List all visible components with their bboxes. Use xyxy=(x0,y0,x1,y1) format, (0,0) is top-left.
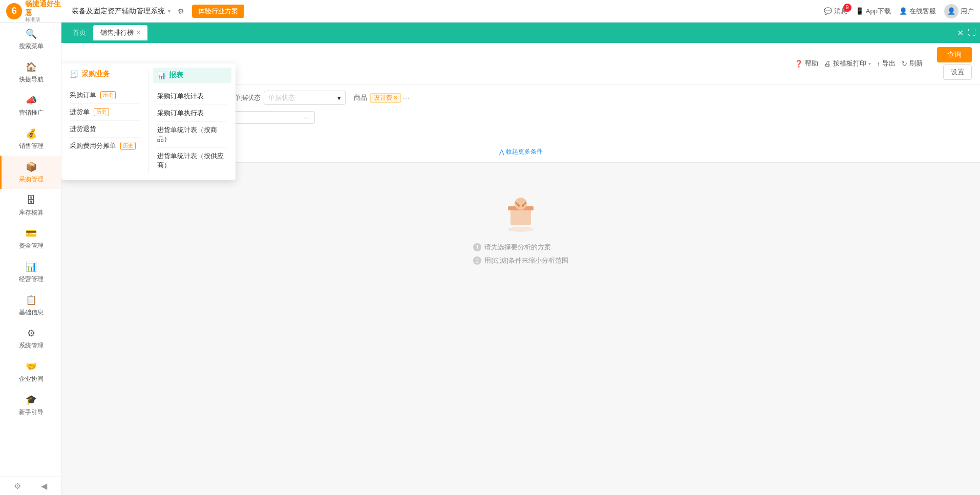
goods-tags: 设计费 × ··· xyxy=(370,93,410,103)
reports-col-title: 📊 报表 xyxy=(153,68,232,83)
enterprise-icon: 🤝 xyxy=(25,360,37,373)
refresh-btn[interactable]: ↻ 刷新 xyxy=(902,59,923,68)
logo-area: 6 畅捷通好生意 标准版 xyxy=(6,0,68,23)
goods-more-dots[interactable]: ··· xyxy=(403,94,410,102)
marketing-icon: 📣 xyxy=(25,94,37,106)
system-mgmt-icon: ⚙ xyxy=(25,327,37,339)
sales-icon: 💰 xyxy=(25,127,37,140)
salesperson-select[interactable]: ··· xyxy=(223,111,315,124)
content-area: 首页 销售排行榜 × ✕ ⛶ ❓ 帮助 🖨 按模板打印 xyxy=(61,23,980,495)
reports-col-icon: 📊 xyxy=(157,71,166,79)
menu-purchase-return[interactable]: 进货退货 xyxy=(70,121,140,138)
goods-tag: 设计费 × xyxy=(370,93,401,103)
tab-bar-close-icon[interactable]: ✕ xyxy=(957,28,964,38)
empty-state: 1 请先选择要分析的方案 2 用[过滤]条件来缩小分析范围 xyxy=(61,163,980,296)
tab-bar-fullscreen-icon[interactable]: ⛶ xyxy=(968,28,976,37)
page-content: 1 请先选择要分析的方案 2 用[过滤]条件来缩小分析范围 xyxy=(61,163,980,495)
export-icon: ↑ xyxy=(877,60,881,68)
quick-nav-icon: 🏠 xyxy=(25,61,37,73)
purchase-col: 🧾 采购业务 采购订单 历史 进货单 历史 进货退货 xyxy=(61,70,148,174)
beginner-icon: 🎓 xyxy=(25,394,37,406)
help-btn[interactable]: ❓ 帮助 xyxy=(795,59,818,68)
industry-button[interactable]: 体验行业方案 xyxy=(192,5,244,18)
tab-home[interactable]: 首页 xyxy=(66,25,93,40)
filter-goods: 商品 设计费 × ··· xyxy=(354,93,410,103)
sidebar-item-purchase-mgmt[interactable]: 📦 采购管理 xyxy=(0,156,61,189)
svg-point-0 xyxy=(508,227,534,232)
dropdown-arrow-icon[interactable]: ▾ xyxy=(168,8,171,14)
basic-info-icon: 📋 xyxy=(25,294,37,306)
finance-icon: 💳 xyxy=(25,227,37,240)
system-title: 装备及固定资产辅助管理系统 ▾ ⚙ xyxy=(72,4,188,18)
menu-purchase-order[interactable]: 采购订单 历史 xyxy=(70,87,140,104)
help-icon: ❓ xyxy=(795,60,803,68)
reports-col: 📊 报表 采购订单统计表 采购订单执行表 进货单统计表（按商品） 进货单统计表（… xyxy=(149,70,236,174)
message-badge: 9 xyxy=(843,4,851,12)
avatar: 👤 xyxy=(944,4,958,18)
operations-icon: 📊 xyxy=(25,261,37,273)
purchase-col-title: 🧾 采购业务 xyxy=(70,70,140,82)
menu-purchase-expense[interactable]: 采购费用分摊单 历史 xyxy=(70,138,140,154)
refresh-icon: ↻ xyxy=(902,60,907,68)
sidebar-item-marketing[interactable]: 📣 营销推广 xyxy=(0,89,61,122)
phone-icon: 📱 xyxy=(856,7,864,15)
sidebar-item-operations[interactable]: 📊 经营管理 xyxy=(0,255,61,289)
app-download-btn[interactable]: 📱 App下载 xyxy=(856,7,891,16)
sidebar-item-system-mgmt[interactable]: ⚙ 系统管理 xyxy=(0,322,61,355)
user-btn[interactable]: 👤 用户 xyxy=(944,4,974,18)
message-icon: 💬 xyxy=(824,7,832,15)
sidebar-item-inventory[interactable]: 🗄 库存核算 xyxy=(0,189,61,222)
print-dropdown-icon[interactable]: ▾ xyxy=(868,61,871,67)
menu-purchase-receipt[interactable]: 进货单 历史 xyxy=(70,104,140,121)
tab-bar-right: ✕ ⛶ xyxy=(957,28,976,38)
export-btn[interactable]: ↑ 导出 xyxy=(877,59,896,68)
sidebar-item-quick-nav[interactable]: 🏠 快捷导航 xyxy=(0,56,61,89)
salesperson-dots: ··· xyxy=(303,114,310,121)
sidebar-settings-btn[interactable]: ⚙ xyxy=(14,481,21,491)
select-arrow-icon: ▾ xyxy=(337,94,341,102)
sidebar-item-finance[interactable]: 💳 资金管理 xyxy=(0,222,61,255)
inventory-icon: 🗄 xyxy=(25,194,37,206)
settings-button[interactable]: 设置 xyxy=(943,64,972,80)
sidebar-bottom: ⚙ ◀ xyxy=(0,477,61,495)
empty-illustration xyxy=(500,193,541,234)
hist-badge-receipt: 历史 xyxy=(94,108,109,116)
empty-tips: 1 请先选择要分析的方案 2 用[过滤]条件来缩小分析范围 xyxy=(473,243,568,265)
purchase-icon: 📦 xyxy=(25,161,37,173)
online-service-btn[interactable]: 👤 在线客服 xyxy=(899,7,936,16)
empty-tip-1: 1 请先选择要分析的方案 xyxy=(473,243,568,252)
menu-report-receipt-supplier[interactable]: 进货单统计表（按供应商） xyxy=(157,148,228,174)
messages-btn[interactable]: 💬 消息 9 xyxy=(824,7,847,16)
tab-sales-rank[interactable]: 销售排行榜 × xyxy=(93,25,147,40)
voucher-status-select[interactable]: 单据状态 ▾ xyxy=(264,91,346,105)
sidebar-item-enterprise[interactable]: 🤝 企业协同 xyxy=(0,355,61,389)
query-button[interactable]: 查询 xyxy=(937,47,972,62)
sidebar-item-basic-info[interactable]: 📋 基础信息 xyxy=(0,289,61,322)
search-menu-icon: 🔍 xyxy=(25,28,37,40)
menu-report-order-stat[interactable]: 采购订单统计表 xyxy=(157,88,228,105)
menu-report-receipt-goods[interactable]: 进货单统计表（按商品） xyxy=(157,122,228,148)
print-icon: 🖨 xyxy=(824,60,831,68)
dropdown-cols: 🧾 采购业务 采购订单 历史 进货单 历史 进货退货 xyxy=(61,70,236,174)
filter-voucher-status: 单据状态 单据状态 ▾ xyxy=(234,91,346,105)
hist-badge-expense: 历史 xyxy=(120,142,136,150)
tab-close-icon[interactable]: × xyxy=(137,29,140,36)
sidebar-item-search-menu[interactable]: 🔍 搜索菜单 xyxy=(0,23,61,56)
sidebar-item-beginner[interactable]: 🎓 新手引导 xyxy=(0,389,61,422)
logo-icon: 6 xyxy=(6,3,22,19)
collapse-icon: ⋀ xyxy=(499,148,504,156)
purchase-dropdown-menu: 🧾 采购业务 采购订单 历史 进货单 历史 进货退货 xyxy=(61,63,236,180)
settings-icon-btn[interactable]: ⚙ xyxy=(174,4,188,18)
print-btn[interactable]: 🖨 按模板打印 ▾ xyxy=(824,59,871,68)
sidebar-item-sales-mgmt[interactable]: 💰 销售管理 xyxy=(0,122,61,156)
sidebar: 🔍 搜索菜单 🏠 快捷导航 📣 营销推广 💰 销售管理 📦 采购管理 🗄 库存核… xyxy=(0,23,61,495)
collapse-btn[interactable]: ⋀ 收起更多条件 xyxy=(499,147,543,156)
sidebar-collapse-btn[interactable]: ◀ xyxy=(41,481,47,491)
tab-bar: 首页 销售排行榜 × ✕ ⛶ xyxy=(61,23,980,43)
svg-rect-1 xyxy=(510,209,531,225)
menu-report-order-exec[interactable]: 采购订单执行表 xyxy=(157,105,228,122)
tag-close-icon[interactable]: × xyxy=(394,94,397,101)
service-icon: 👤 xyxy=(899,7,907,15)
logo-text: 畅捷通好生意 标准版 xyxy=(25,0,68,23)
svg-point-7 xyxy=(522,205,524,207)
